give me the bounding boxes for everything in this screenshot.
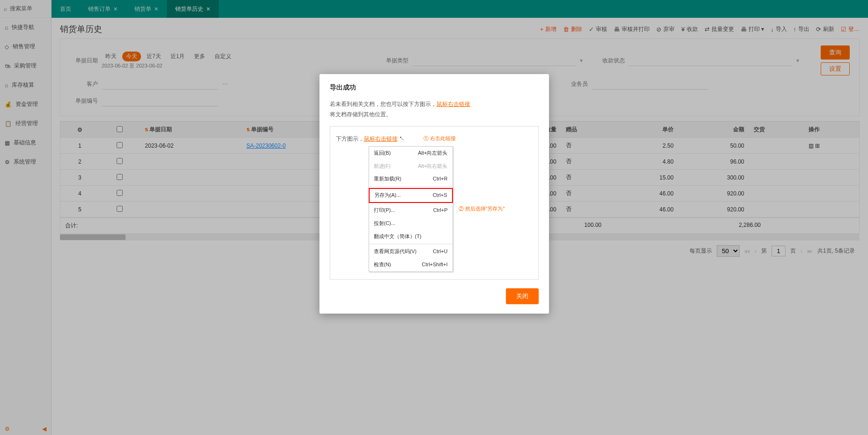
- ctx-item: 翻成中文（简体）(T): [369, 230, 453, 243]
- ctx-item: 重新加载(R)Ctrl+R: [369, 172, 453, 186]
- modal-line2: 将文档存储到其他位置。: [330, 110, 539, 120]
- modal-rightclick-link[interactable]: 鼠标右击链接: [437, 101, 470, 107]
- ctx-item: 查看网页源代码(V)Ctrl+U: [369, 245, 453, 258]
- ctx-item: 前进(F)Alt+向右箭头: [369, 160, 453, 173]
- instr-label-a: 下方图示，: [336, 135, 364, 142]
- context-menu-example: 返回(B)Alt+向左箭头前进(F)Alt+向右箭头重新加载(R)Ctrl+R另…: [369, 146, 453, 272]
- annotation-2: ② 然后选择"另存为": [459, 204, 505, 214]
- instruction-box: 下方图示，鼠标右击链接 ↖ ① 右击此链接 返回(B)Alt+向左箭头前进(F)…: [330, 126, 539, 280]
- annotation-1: ① 右击此链接: [423, 134, 456, 143]
- modal-line1a: 若未看到相关文档，您也可以按下方图示，: [330, 101, 437, 107]
- modal-overlay: 导出成功 若未看到相关文档，您也可以按下方图示，鼠标右击链接 将文档存储到其他位…: [0, 0, 868, 435]
- ctx-item: 打印(P)...Ctrl+P: [369, 204, 453, 217]
- export-success-modal: 导出成功 若未看到相关文档，您也可以按下方图示，鼠标右击链接 将文档存储到其他位…: [319, 74, 549, 314]
- ctx-item: 返回(B)Alt+向左箭头: [369, 147, 453, 160]
- ctx-item: 检查(N)Ctrl+Shift+I: [369, 258, 453, 271]
- instr-link: 鼠标右击链接: [364, 135, 398, 142]
- modal-title: 导出成功: [330, 83, 539, 92]
- cursor-icon: ↖: [399, 135, 405, 142]
- close-button[interactable]: 关闭: [506, 288, 539, 304]
- ctx-item: 投射(C)...: [369, 217, 453, 230]
- ctx-item: 另存为(A)...Ctrl+S: [369, 188, 453, 203]
